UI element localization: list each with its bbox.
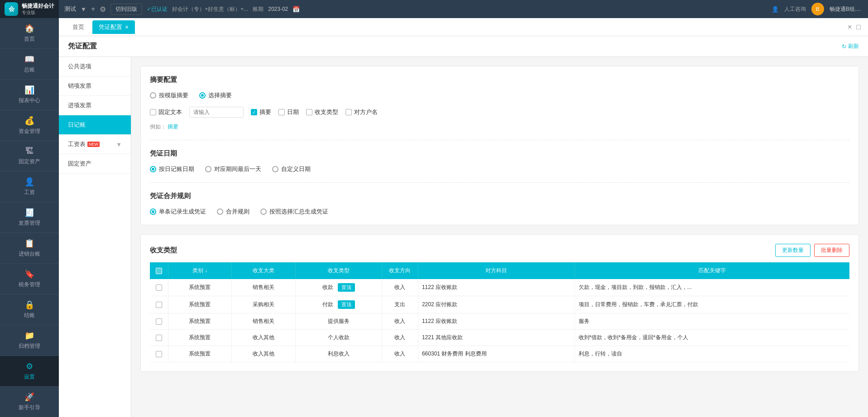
left-nav-item-journal[interactable]: 日记账	[59, 115, 131, 135]
merge-rules-section: 凭证合并规则 单条记录生成凭证 合并规则	[140, 183, 859, 225]
settings-topbar-icon[interactable]: ⚙	[100, 5, 106, 14]
sidebar-item-settings[interactable]: ⚙ 设置	[0, 356, 59, 387]
row5-checkbox[interactable]	[150, 346, 168, 362]
select-all-checkbox[interactable]	[156, 268, 162, 274]
radio-select[interactable]: 选择摘要	[199, 91, 232, 100]
radio-journal-date[interactable]: 按日记账日期	[150, 165, 194, 173]
dropdown-icon[interactable]: ▼	[81, 6, 86, 13]
row4-checkbox[interactable]	[150, 330, 168, 346]
refresh-btn[interactable]: ↻ 刷新	[842, 43, 859, 50]
table-row: 系统预置 采购相关 付款 置顶 支出 2202 应付账款 项目，日常费用，报销款…	[150, 296, 849, 313]
sidebar-item-close[interactable]: 🔒 结账	[0, 294, 59, 325]
row3-direction: 收入	[382, 313, 418, 330]
sidebar-item-payroll[interactable]: 👤 工资	[0, 171, 59, 202]
row1-reset-btn[interactable]: 置顶	[338, 283, 355, 292]
row3-sub-type: 提供服务	[295, 313, 382, 330]
company-name[interactable]: 测试	[64, 5, 76, 13]
row2-category: 系统预置	[168, 296, 232, 313]
row1-checkbox[interactable]	[150, 279, 168, 296]
archive-icon: 📁	[24, 331, 34, 341]
topbar-right: 👤 人工咨询 B 畅捷通B组....	[772, 3, 868, 15]
example-value: 摘要	[168, 123, 178, 130]
new-badge: NEW	[87, 142, 100, 147]
guide-icon: 🚀	[24, 392, 34, 402]
expand-icon: ▼	[116, 141, 122, 148]
sidebar-item-reports[interactable]: 📊 报表中心	[0, 80, 59, 110]
radio-single[interactable]: 单条记录生成凭证	[150, 208, 206, 216]
period-value[interactable]: 2023-02	[268, 6, 288, 12]
row1-keywords: 欠款，现金，项目款，到款，报销款，汇入，...	[575, 279, 849, 296]
row2-direction: 支出	[382, 296, 418, 313]
sidebar-item-assets[interactable]: 🏗 固定资产	[0, 141, 59, 171]
checkbox-counterparty[interactable]: 对方户名	[345, 108, 378, 116]
th-category: 类别 ↓	[168, 262, 232, 279]
left-nav-item-public[interactable]: 公共选项	[59, 57, 131, 76]
batch-delete-btn[interactable]: 批量删除	[814, 244, 849, 257]
tab-maximize-icon[interactable]: □	[856, 23, 861, 31]
switch-version-btn[interactable]: 切到旧版	[110, 4, 142, 15]
sidebar-item-guide[interactable]: 🚀 新手引导	[0, 387, 59, 417]
radio-merge[interactable]: 合并规则	[217, 208, 249, 216]
example-label: 例如：	[150, 123, 166, 130]
sidebar-item-sales[interactable]: 📋 进销台账	[0, 233, 59, 264]
user-name[interactable]: 畅捷通B组....	[830, 5, 861, 13]
checkbox-box-counterparty	[345, 109, 352, 115]
income-expense-header-row: 收支类型 更新数量 批量删除	[150, 244, 849, 257]
sidebar-item-funds[interactable]: 💰 资金管理	[0, 110, 59, 141]
radio-template[interactable]: 按模版摘要	[150, 91, 188, 100]
row3-checkbox[interactable]	[150, 313, 168, 330]
tab-home[interactable]: 首页	[66, 19, 91, 35]
row2-sub-type: 付款 置顶	[295, 296, 382, 313]
voucher-date-title: 凭证日期	[150, 149, 849, 158]
sidebar-item-tax[interactable]: 🔖 税务管理	[0, 264, 59, 294]
radio-custom-date[interactable]: 自定义日期	[272, 165, 311, 173]
row2-keywords: 项目，日常费用，报销款，车费，承兑汇票，付款	[575, 296, 849, 313]
row3-keywords: 服务	[575, 313, 849, 330]
row4-category: 系统预置	[168, 330, 232, 346]
checkbox-income-type[interactable]: 收支类型	[306, 108, 338, 116]
row2-checkbox[interactable]	[150, 296, 168, 313]
checkbox-date[interactable]: 日期	[278, 108, 299, 116]
two-col-layout: 公共选项 销项发票 进项发票 日记账 工资表 NEW ▼	[59, 57, 868, 417]
calendar-icon[interactable]: 📅	[293, 6, 300, 13]
settings-icon: ⚙	[26, 361, 33, 371]
help-label[interactable]: 人工咨询	[784, 5, 806, 13]
radio-dot-template	[150, 92, 156, 99]
th-direction: 收支方向	[382, 262, 418, 279]
left-nav-item-sales-invoice[interactable]: 销项发票	[59, 76, 131, 96]
income-expense-section: 收支类型 更新数量 批量删除	[140, 234, 859, 372]
row2-reset-btn[interactable]: 置顶	[338, 300, 355, 309]
checkbox-fixed-text[interactable]: 固定文本	[150, 108, 182, 116]
table-row: 系统预置 收入其他 利息收入 收入 660301 财务费用 利息费用 利息，行转…	[150, 346, 849, 362]
sidebar: 🏠 首页 📖 总账 📊 报表中心 💰 资金管理 🏗 固定资产 👤 工资 🧾 发票…	[0, 18, 59, 417]
sidebar-item-home[interactable]: 🏠 首页	[0, 18, 59, 49]
left-nav-item-fixed-assets[interactable]: 固定资产	[59, 154, 131, 174]
radio-period-last[interactable]: 对应期间最后一天	[205, 165, 261, 173]
table-row: 系统预置 销售相关 收款 置顶 收入 1122 应收账款 欠款，现金，项目款，到…	[150, 279, 849, 296]
row1-sub-type: 收款 置顶	[295, 279, 382, 296]
sidebar-item-invoice[interactable]: 🧾 发票管理	[0, 202, 59, 233]
left-nav-item-purchase-invoice[interactable]: 进项发票	[59, 96, 131, 115]
fixed-text-input[interactable]	[189, 107, 244, 118]
checkbox-summary[interactable]: ✓ 摘要	[251, 108, 271, 116]
tab-close-window-icon[interactable]: ×	[848, 23, 852, 31]
tab-voucher[interactable]: 凭证配置 ×	[92, 20, 135, 34]
sidebar-item-ledger[interactable]: 📖 总账	[0, 49, 59, 80]
logo-icon: 会	[5, 2, 18, 16]
left-nav-item-payroll-table[interactable]: 工资表 NEW ▼	[59, 135, 131, 154]
add-btn[interactable]: +	[91, 5, 95, 13]
th-checkbox	[150, 262, 168, 279]
update-btn[interactable]: 更新数量	[775, 244, 810, 257]
invoice-icon: 🧾	[24, 208, 34, 218]
logo-sub: 专业版	[22, 9, 54, 16]
checkbox-box-date	[278, 109, 285, 115]
income-expense-table: 类别 ↓ 收支大类 收支类型 收支方向	[150, 262, 849, 362]
tab-controls: × □	[848, 23, 861, 31]
close-period-icon: 🔒	[24, 300, 34, 310]
sidebar-item-archive[interactable]: 📁 归档管理	[0, 325, 59, 356]
table-action-btns: 更新数量 批量删除	[775, 244, 849, 257]
row5-category: 系统预置	[168, 346, 232, 362]
radio-dot-select	[199, 92, 206, 99]
tab-close-icon[interactable]: ×	[125, 24, 129, 31]
radio-summary-gen[interactable]: 按照选择汇总生成凭证	[260, 208, 328, 216]
